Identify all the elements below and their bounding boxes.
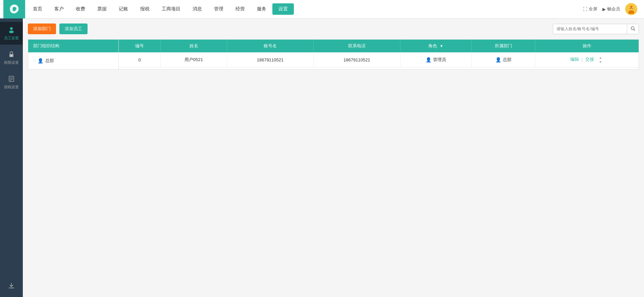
nav-business[interactable]: 工商项目 [156, 0, 186, 18]
table-row: 0 用户0521 18679110521 18679110521 👤 管理员 [119, 52, 639, 67]
cell-id: 0 [119, 52, 161, 67]
svg-point-1 [628, 10, 634, 14]
toolbar: 添加部门 添加员工 [28, 23, 639, 34]
nav-manage[interactable]: 管理 [208, 0, 229, 18]
svg-point-3 [632, 7, 633, 8]
user-group-icon: 👤 [38, 58, 43, 63]
nav-settings[interactable]: 设置 [272, 3, 294, 15]
col-account: 账号名 [227, 40, 313, 52]
tree-item-root[interactable]: □ 👤 总部 [32, 56, 115, 66]
download-icon [7, 282, 15, 290]
logo [3, 0, 25, 18]
nav-customer[interactable]: 客户 [48, 0, 70, 18]
nav-tax[interactable]: 报税 [134, 0, 156, 18]
nav-fee[interactable]: 收费 [70, 0, 91, 18]
table-header-row: 编号 姓名 账号名 联系电话 角色 ▼ 所属部门 操作 [119, 40, 639, 52]
sidebar-item-permission[interactable]: 权限设置 [0, 46, 23, 69]
cell-account: 18679110521 [227, 52, 313, 67]
col-name: 姓名 [161, 40, 227, 52]
tree-item-label: 总部 [45, 58, 54, 64]
main-layout: 员工设置 权限设置 报税设置 [0, 18, 644, 297]
svg-point-4 [10, 27, 13, 30]
person-icon [7, 26, 15, 34]
content-area: 添加部门 添加员工 部门组织结构 □ 👤 [23, 18, 644, 297]
tree-header: 部门组织结构 [28, 40, 118, 52]
tree-content: □ 👤 总部 [28, 52, 118, 69]
nav-items: 首页 客户 收费 票据 记账 报税 工商项目 消息 管理 经营 服务 设置 [27, 0, 583, 18]
col-role: 角色 ▼ [400, 40, 472, 52]
sidebar-item-taxsettings[interactable]: 报税设置 [0, 71, 23, 94]
member-btn[interactable]: ▶ 畅会员 [602, 6, 620, 12]
sidebar-item-download[interactable] [0, 278, 23, 294]
add-emp-button[interactable]: 添加员工 [59, 23, 88, 34]
svg-point-2 [630, 7, 631, 8]
report-icon [7, 75, 15, 83]
scroll-arrows: ▲ ▼ [597, 56, 604, 64]
nav-operation[interactable]: 经营 [229, 0, 251, 18]
tree-panel: 部门组织结构 □ 👤 总部 [28, 40, 119, 69]
video-icon: ▶ [602, 7, 606, 12]
lock-icon [7, 50, 15, 58]
search-box [553, 24, 639, 34]
nav-home[interactable]: 首页 [27, 0, 48, 18]
svg-point-5 [9, 31, 14, 33]
col-action: 操作 [535, 40, 639, 52]
role-user-icon: 👤 [426, 57, 431, 62]
fullscreen-btn[interactable]: ⛶ 全屏 [583, 6, 597, 12]
sidebar-bottom [0, 278, 23, 294]
nav-service[interactable]: 服务 [251, 0, 272, 18]
top-nav: 首页 客户 收费 票据 记账 报税 工商项目 消息 管理 经营 服务 设置 ⛶ … [0, 0, 644, 18]
table-panel: 编号 姓名 账号名 联系电话 角色 ▼ 所属部门 操作 [119, 40, 639, 69]
cell-dept: 👤 总部 [472, 52, 535, 67]
svg-point-7 [11, 55, 12, 56]
cell-name: 用户0521 [161, 52, 227, 67]
cell-actions: 编辑 | 交接 ▲ ▼ [535, 52, 639, 67]
sidebar-item-employee[interactable]: 员工设置 [0, 22, 23, 45]
search-icon [631, 26, 635, 31]
cell-role: 👤 管理员 [400, 52, 472, 67]
search-input[interactable] [553, 24, 627, 33]
nav-account[interactable]: 记账 [113, 0, 134, 18]
cell-phone: 18679110521 [314, 52, 400, 67]
edit-action[interactable]: 编辑 [570, 57, 579, 62]
nav-bill[interactable]: 票据 [91, 0, 113, 18]
sidebar: 员工设置 权限设置 报税设置 [0, 18, 23, 297]
dept-user-icon: 👤 [495, 57, 501, 62]
transfer-action[interactable]: 交接 [585, 57, 594, 62]
col-phone: 联系电话 [314, 40, 400, 52]
fullscreen-icon: ⛶ [583, 7, 587, 12]
col-id: 编号 [119, 40, 161, 52]
avatar[interactable] [625, 3, 637, 15]
nav-right: ⛶ 全屏 ▶ 畅会员 [583, 3, 637, 15]
col-dept: 所属部门 [472, 40, 535, 52]
filter-icon[interactable]: ▼ [440, 44, 443, 48]
employee-table: 编号 姓名 账号名 联系电话 角色 ▼ 所属部门 操作 [119, 40, 639, 67]
svg-line-14 [634, 29, 635, 31]
search-button[interactable] [627, 24, 639, 34]
split-panel: 部门组织结构 □ 👤 总部 编号 姓名 账号名 [28, 39, 639, 69]
add-dept-button[interactable]: 添加部门 [28, 23, 56, 34]
file-icon: □ [33, 58, 36, 63]
nav-message[interactable]: 消息 [186, 0, 208, 18]
